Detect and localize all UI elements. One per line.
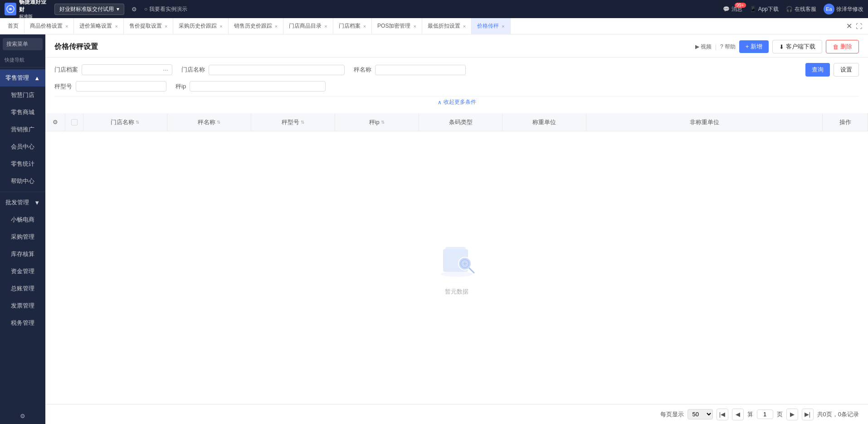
message-btn[interactable]: 💬 消息 99+ xyxy=(723,5,742,13)
help-link[interactable]: ? 帮助 xyxy=(720,43,736,51)
sidebar-item-fund-mgmt[interactable]: 资金管理 xyxy=(0,263,45,280)
select-all-checkbox[interactable] xyxy=(71,119,78,125)
online-service-btn[interactable]: 🎧 在线客服 xyxy=(786,5,816,13)
top-bar-center: 好业财标准版交付试用 ▾ ⚙ ○ 我要看实例演示 xyxy=(54,3,718,15)
th-weight-unit[interactable]: 称重单位 xyxy=(502,113,586,131)
next-page-btn[interactable]: ▶ xyxy=(786,409,798,420)
setup-btn[interactable]: 设置 xyxy=(834,63,859,77)
th-store-name[interactable]: 门店名称 ⇅ xyxy=(83,113,167,131)
th-scale-ip-label: 秤ip xyxy=(369,118,380,126)
tab-price-settings-close[interactable]: × xyxy=(65,24,68,29)
filter-scale-name-input[interactable] xyxy=(379,67,462,73)
message-badge: 99+ xyxy=(735,3,746,8)
sidebar-item-purchase-mgmt[interactable]: 采购管理 xyxy=(0,228,45,246)
th-scale-ip[interactable]: 秤ip ⇅ xyxy=(335,113,419,131)
tab-price-settings[interactable]: 商品价格设置 × xyxy=(24,18,74,34)
tab-pos-encrypt-close[interactable]: × xyxy=(413,24,416,29)
gear-icon: ⚙ xyxy=(20,413,25,419)
sidebar-item-retail-mall[interactable]: 零售商城 xyxy=(0,104,45,121)
version-settings-icon[interactable]: ⚙ xyxy=(128,3,141,15)
th-check[interactable] xyxy=(65,113,83,131)
tab-close-all-btn[interactable]: ✕ xyxy=(846,22,852,30)
tab-sale-extract-close[interactable]: × xyxy=(165,24,167,29)
filter-store-archive-input[interactable] xyxy=(86,67,163,73)
ellipsis-icon[interactable]: ··· xyxy=(163,66,168,73)
tab-home[interactable]: 首页 xyxy=(2,18,24,34)
sidebar-item-help-center[interactable]: 帮助中心 xyxy=(0,173,45,190)
tab-cost-strategy[interactable]: 进价策略设置 × xyxy=(74,18,123,34)
sidebar-item-marketing-label: 营销推广 xyxy=(11,125,34,134)
tab-min-discount-close[interactable]: × xyxy=(463,24,466,29)
tab-price-scale-close[interactable]: × xyxy=(502,24,504,29)
filter-row-1: 门店档案 ··· 门店名称 秤名称 xyxy=(54,63,859,77)
sidebar-item-general-ledger[interactable]: 总账管理 xyxy=(0,280,45,297)
user-menu[interactable]: Ea 徐泽华修改 xyxy=(824,4,863,14)
filter-scale-model-input[interactable] xyxy=(80,83,162,90)
table-area: ⚙ 门店名称 ⇅ 秤名称 ⇅ 秤型号 ⇅ 秤ip xyxy=(45,113,868,404)
tab-store-archive-close[interactable]: × xyxy=(363,24,366,29)
sidebar-item-invoice-mgmt[interactable]: 发票管理 xyxy=(0,297,45,314)
tab-pos-encrypt[interactable]: POS加密管理 × xyxy=(372,18,422,34)
tab-sale-extract[interactable]: 售价提取设置 × xyxy=(124,18,173,34)
filter-scale-model-label: 秤型号 xyxy=(54,82,72,91)
query-btn[interactable]: 查询 xyxy=(805,63,830,77)
tab-expand-btn[interactable]: ⛶ xyxy=(856,23,862,30)
tab-sales-history-label: 销售历史价跟踪 xyxy=(234,22,272,30)
tab-min-discount[interactable]: 最低折扣设置 × xyxy=(422,18,472,34)
per-page-select[interactable]: 50 20 100 xyxy=(688,409,713,419)
sidebar-item-help-center-label: 帮助中心 xyxy=(11,177,34,185)
sidebar-item-tax-mgmt-label: 税务管理 xyxy=(11,319,34,327)
prev-page-btn[interactable]: ◀ xyxy=(732,409,744,420)
sidebar-item-marketing[interactable]: 营销推广 xyxy=(0,121,45,138)
filter-store-archive-input-wrap[interactable]: ··· xyxy=(82,64,172,75)
filter-store-name-input[interactable] xyxy=(213,67,341,73)
last-page-btn[interactable]: ▶| xyxy=(802,409,814,420)
sidebar-item-member-center[interactable]: 会员中心 xyxy=(0,138,45,155)
empty-state xyxy=(434,240,479,282)
filter-scale-model-input-wrap[interactable] xyxy=(76,81,166,92)
tab-price-scale[interactable]: 价格传秤 × xyxy=(472,18,510,34)
sidebar-item-xiaochang-ec[interactable]: 小畅电商 xyxy=(0,211,45,228)
filter-scale-ip-input[interactable] xyxy=(194,83,322,90)
tab-sales-history[interactable]: 销售历史价跟踪 × xyxy=(229,18,283,34)
tab-purchase-history[interactable]: 采购历史价跟踪 × xyxy=(173,18,228,34)
page-input[interactable] xyxy=(757,410,773,419)
tab-price-settings-label: 商品价格设置 xyxy=(30,22,63,30)
filter-scale-ip-input-wrap[interactable] xyxy=(190,81,326,92)
th-barcode-type[interactable]: 条码类型 xyxy=(419,113,503,131)
download-btn[interactable]: ⬇ 客户端下载 xyxy=(772,40,822,53)
sidebar-item-wholesale-mgmt[interactable]: 批发管理 ▼ xyxy=(0,194,45,211)
tab-cost-strategy-close[interactable]: × xyxy=(115,24,117,29)
th-scale-name[interactable]: 秤名称 ⇅ xyxy=(167,113,251,131)
video-link[interactable]: ▶ 视频 xyxy=(695,43,712,51)
demo-link[interactable]: ○ 我要看实例演示 xyxy=(144,5,187,13)
tab-sales-history-close[interactable]: × xyxy=(275,24,278,29)
tab-store-archive[interactable]: 门店档案 × xyxy=(333,18,372,34)
tab-store-catalog-close[interactable]: × xyxy=(324,24,327,29)
add-btn[interactable]: + 新增 xyxy=(739,40,769,53)
filter-store-name-input-wrap[interactable] xyxy=(209,65,345,75)
svg-point-1 xyxy=(441,271,473,277)
th-non-weight-unit[interactable]: 非称重单位 xyxy=(586,113,823,131)
th-settings[interactable]: ⚙ xyxy=(45,113,65,131)
filter-collapse-btn[interactable]: ∧ 收起更多条件 xyxy=(54,96,859,108)
tab-purchase-history-close[interactable]: × xyxy=(219,24,222,29)
table-settings-icon[interactable]: ⚙ xyxy=(50,117,61,128)
sidebar-item-retail-stats[interactable]: 零售统计 xyxy=(0,155,45,173)
tab-store-catalog[interactable]: 门店商品目录 × xyxy=(283,18,333,34)
sidebar-item-inventory[interactable]: 库存核算 xyxy=(0,246,45,263)
version-selector[interactable]: 好业财标准版交付试用 ▾ xyxy=(54,4,124,15)
tab-sale-extract-label: 售价提取设置 xyxy=(129,22,162,30)
first-page-btn[interactable]: |◀ xyxy=(717,409,728,420)
th-scale-model[interactable]: 秤型号 ⇅ xyxy=(251,113,335,131)
sidebar-item-retail-mall-label: 零售商城 xyxy=(11,108,34,116)
filter-scale-name-input-wrap[interactable] xyxy=(375,65,466,75)
sidebar-item-retail-mgmt[interactable]: 零售管理 ▲ xyxy=(0,69,45,87)
th-scale-model-label: 秤型号 xyxy=(282,118,299,126)
sidebar-item-tax-mgmt[interactable]: 税务管理 xyxy=(0,314,45,332)
app-download-btn[interactable]: 📱 App下载 xyxy=(750,5,779,13)
search-menu-btn[interactable]: 搜索菜单 xyxy=(3,38,43,50)
delete-btn[interactable]: 🗑 删除 xyxy=(826,40,859,53)
sidebar-item-smart-store[interactable]: 智慧门店 xyxy=(0,87,45,104)
sidebar-settings-btn[interactable]: ⚙ xyxy=(0,408,45,424)
